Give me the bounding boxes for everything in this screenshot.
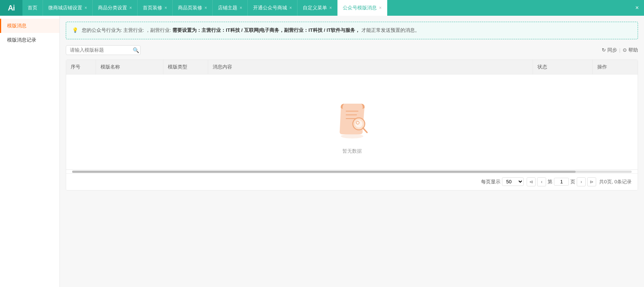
page-last-button[interactable]: ⊳ <box>587 177 596 186</box>
nav-tab-home-decoration[interactable]: 首页装修× <box>138 0 173 16</box>
nav-tab-store-settings[interactable]: 微商城店铺设置× <box>43 0 93 16</box>
col-header-actions: 操作 <box>593 60 638 74</box>
nav-tab-close-store-settings[interactable]: × <box>84 5 87 10</box>
search-input[interactable] <box>70 47 133 53</box>
col-header-type: 模版类型 <box>163 60 208 74</box>
search-wrapper: 🔍 <box>66 45 141 55</box>
page-nav: ⊲ ‹ 第 页 › ⊳ <box>527 177 596 186</box>
nav-tab-custom-menu[interactable]: 自定义菜单× <box>298 0 338 16</box>
help-button[interactable]: ⊙ 帮助 <box>623 47 638 54</box>
sync-icon: ↻ <box>602 47 606 53</box>
sidebar-item-template-log[interactable]: 模版消息记录 <box>0 33 59 47</box>
nav-tab-close-custom-menu[interactable]: × <box>329 5 332 10</box>
empty-icon <box>330 97 375 142</box>
notice-prefix: 您的公众号行业为: 主营行业: ，副营行业: <box>82 27 171 33</box>
notice-suffix: 才能正常发送预置的消息。 <box>361 27 420 33</box>
page-size-label: 每页显示 <box>481 178 500 185</box>
col-header-index: 序号 <box>66 60 96 74</box>
nav-tab-close-home-decoration[interactable]: × <box>164 5 167 10</box>
nav-tab-store-theme[interactable]: 店铺主题× <box>213 0 248 16</box>
close-all-button[interactable]: × <box>630 0 644 16</box>
page-input[interactable] <box>554 178 569 186</box>
help-label: 帮助 <box>628 47 638 54</box>
col-header-name: 模版名称 <box>96 60 163 74</box>
empty-state: 暂无数据 <box>66 74 638 170</box>
total-info: 共0页, 0条记录 <box>599 178 632 185</box>
nav-tab-open-mall[interactable]: 开通公众号商城× <box>248 0 298 16</box>
nav-tab-template-message[interactable]: 公众号模版消息× <box>338 0 387 16</box>
notice-icon: 💡 <box>72 27 78 33</box>
sidebar: 模版消息模版消息记录 <box>0 16 60 287</box>
nav-tab-close-product-decoration[interactable]: × <box>204 5 207 10</box>
page-prev-button[interactable]: ‹ <box>537 177 546 186</box>
page-size-dropdown[interactable]: 50 20 100 <box>502 177 524 186</box>
sync-label: 同步 <box>607 47 617 54</box>
empty-text: 暂无数据 <box>342 148 362 155</box>
layout: 模版消息模版消息记录 💡 您的公众号行业为: 主营行业: ，副营行业: 需要设置… <box>0 16 644 287</box>
toolbar-right: ↻ 同步 | ⊙ 帮助 <box>602 47 638 54</box>
sidebar-item-template-msg[interactable]: 模版消息 <box>0 19 59 33</box>
page-next-button[interactable]: › <box>577 177 586 186</box>
top-nav: Ai 首页微商城店铺设置×商品分类设置×首页装修×商品页装修×店铺主题×开通公众… <box>0 0 644 16</box>
notice-highlight: 需要设置为：主营行业：IT科技 / 互联网|电子商务，副营行业：IT科技 / I… <box>172 27 360 33</box>
nav-tab-category-settings[interactable]: 商品分类设置× <box>93 0 138 16</box>
col-header-content: 消息内容 <box>208 60 533 74</box>
scrollbar-area[interactable] <box>66 170 638 173</box>
search-icon[interactable]: 🔍 <box>133 47 139 53</box>
scrollbar-thumb <box>72 171 576 173</box>
app-brand: Ai <box>0 0 22 16</box>
divider: | <box>619 47 620 53</box>
col-header-status: 状态 <box>533 60 593 74</box>
main-content: 💡 您的公众号行业为: 主营行业: ，副营行业: 需要设置为：主营行业：IT科技… <box>60 16 644 287</box>
nav-tab-product-decoration[interactable]: 商品页装修× <box>173 0 213 16</box>
scrollbar-track <box>72 171 632 173</box>
page-first-button[interactable]: ⊲ <box>527 177 536 186</box>
page-size-select: 每页显示 50 20 100 <box>481 177 524 186</box>
svg-point-0 <box>341 134 363 138</box>
page-label-pre: 第 <box>548 178 552 185</box>
page-label-post: 页 <box>570 178 575 185</box>
nav-tab-home[interactable]: 首页 <box>22 0 43 16</box>
nav-tab-close-store-theme[interactable]: × <box>240 5 242 10</box>
pagination: 每页显示 50 20 100 ⊲ ‹ 第 页 › ⊳ 共0页, 0条记录 <box>66 173 638 190</box>
data-table: 序号模版名称模版类型消息内容状态操作 <box>66 59 638 190</box>
svg-line-6 <box>363 128 367 132</box>
help-icon: ⊙ <box>623 47 627 53</box>
nav-tab-close-category-settings[interactable]: × <box>129 5 132 10</box>
search-bar: 🔍 ↻ 同步 | ⊙ 帮助 <box>66 45 638 55</box>
sync-button[interactable]: ↻ 同步 <box>602 47 617 54</box>
notice-box: 💡 您的公众号行业为: 主营行业: ，副营行业: 需要设置为：主营行业：IT科技… <box>66 22 638 39</box>
nav-tab-close-template-message[interactable]: × <box>379 5 382 10</box>
nav-tab-close-open-mall[interactable]: × <box>289 5 292 10</box>
table-header: 序号模版名称模版类型消息内容状态操作 <box>66 60 638 74</box>
